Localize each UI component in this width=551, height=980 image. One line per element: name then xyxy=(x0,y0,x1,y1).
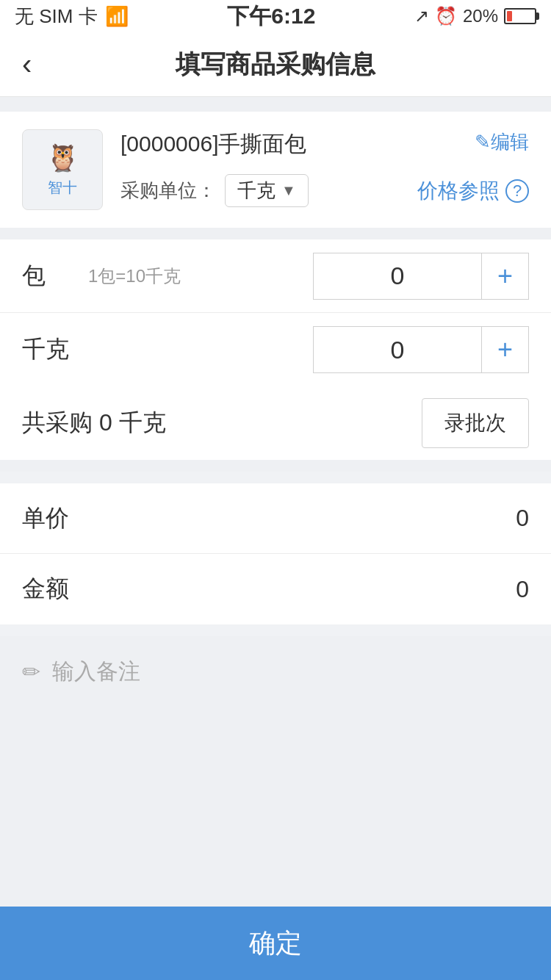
nav-bar: ‹ 填写商品采购信息 xyxy=(0,32,551,97)
back-icon: ‹ xyxy=(22,48,32,80)
purchase-unit-label: 采购单位： xyxy=(120,178,216,203)
section-sep-1 xyxy=(0,228,551,239)
bag-input-group: + xyxy=(313,253,529,300)
unit-price-value: 0 xyxy=(516,505,529,532)
confirm-label: 确定 xyxy=(249,926,302,962)
status-left: 无 SIM 卡 📶 xyxy=(15,4,129,29)
amount-row: 金额 0 xyxy=(0,554,551,624)
status-bar: 无 SIM 卡 📶 下午6:12 ↗ ⏰ 20% xyxy=(0,0,551,32)
info-section: 单价 0 金额 0 xyxy=(0,483,551,624)
alarm-icon: ⏰ xyxy=(435,6,457,26)
unit-value: 千克 xyxy=(237,178,276,203)
page-title: 填写商品采购信息 xyxy=(176,48,375,82)
kg-input-group: + xyxy=(313,326,529,373)
dropdown-arrow-icon: ▼ xyxy=(281,182,296,199)
product-card: 🦉 智十 [0000006]手撕面包 采购单位： 千克 ▼ 价格参照 ? xyxy=(0,112,551,228)
unit-price-row: 单价 0 xyxy=(0,483,551,554)
summary-row: 共采购 0 千克 录批次 xyxy=(0,386,551,460)
unit-dropdown[interactable]: 千克 ▼ xyxy=(225,174,309,207)
summary-text: 共采购 0 千克 xyxy=(22,407,166,439)
unit-price-label: 单价 xyxy=(22,502,69,535)
bag-plus-icon: + xyxy=(497,261,513,292)
pencil-icon: ✏ xyxy=(22,659,40,685)
sim-status: 无 SIM 卡 xyxy=(15,4,98,29)
product-card-wrapper: 🦉 智十 [0000006]手撕面包 采购单位： 千克 ▼ 价格参照 ? xyxy=(0,112,551,228)
edit-icon: ✎编辑 xyxy=(475,129,529,155)
back-button[interactable]: ‹ xyxy=(15,40,39,88)
owl-logo-icon: 🦉 xyxy=(46,143,79,173)
batch-button[interactable]: 录批次 xyxy=(422,398,529,448)
note-section[interactable]: ✏ 输入备注 xyxy=(0,636,551,707)
status-right: ↗ ⏰ 20% xyxy=(414,6,536,26)
product-info: [0000006]手撕面包 采购单位： 千克 ▼ 价格参照 ? xyxy=(120,129,529,207)
product-image: 🦉 智十 xyxy=(22,129,103,210)
kg-input-row: 千克 + xyxy=(0,313,551,386)
help-icon: ? xyxy=(505,179,529,203)
input-section: 包 1包=10千克 + 千克 + xyxy=(0,239,551,386)
kg-plus-icon: + xyxy=(497,334,513,365)
amount-label: 金额 xyxy=(22,573,69,605)
bag-input-row: 包 1包=10千克 + xyxy=(0,239,551,313)
amount-value: 0 xyxy=(516,576,529,603)
edit-button[interactable]: ✎编辑 xyxy=(475,129,529,155)
purchase-unit: 采购单位： 千克 ▼ xyxy=(120,174,309,207)
bag-plus-button[interactable]: + xyxy=(482,253,529,300)
section-sep-2 xyxy=(0,460,551,472)
bag-sublabel: 1包=10千克 xyxy=(88,264,181,288)
bag-quantity-input[interactable] xyxy=(313,253,482,300)
bag-label: 包 xyxy=(22,260,81,292)
kg-plus-button[interactable]: + xyxy=(482,326,529,373)
kg-quantity-input[interactable] xyxy=(313,326,482,373)
owl-logo-text: 智十 xyxy=(48,178,77,198)
battery-icon xyxy=(504,8,536,24)
price-ref-label: 价格参照 xyxy=(417,177,500,205)
price-ref-button[interactable]: 价格参照 ? xyxy=(417,177,529,205)
product-meta: 采购单位： 千克 ▼ 价格参照 ? xyxy=(120,174,529,207)
battery-percent: 20% xyxy=(463,6,498,26)
confirm-button[interactable]: 确定 xyxy=(0,907,551,980)
location-icon: ↗ xyxy=(414,6,429,26)
product-name: [0000006]手撕面包 xyxy=(120,129,529,159)
note-placeholder: 输入备注 xyxy=(52,657,140,687)
wifi-icon: 📶 xyxy=(105,5,129,28)
status-time: 下午6:12 xyxy=(227,1,315,32)
kg-label: 千克 xyxy=(22,334,81,366)
top-divider xyxy=(0,97,551,112)
